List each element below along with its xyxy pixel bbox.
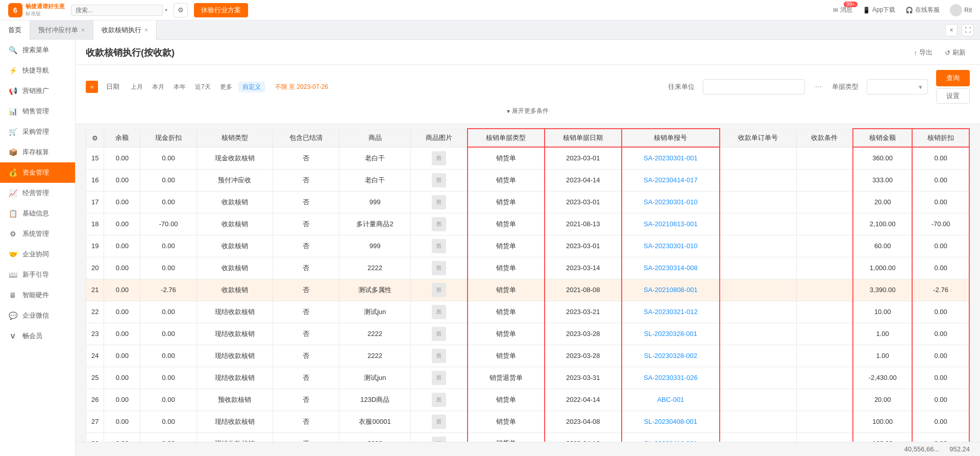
cancel-bill-no-cell[interactable]: SA-20230314-008 [622,257,720,279]
cancel-bill-no-cell[interactable]: SA-20230331-026 [622,367,720,389]
sidebar-item-sales[interactable]: 📊 销售管理 [0,101,75,122]
cancel-discount-cell: 0.00 [912,323,969,345]
receipt-order-no-cell [720,279,796,301]
include-settled-cell: 否 [273,301,339,323]
cancel-bill-no-cell[interactable]: SA-20230414-017 [622,169,720,191]
from-unit-input[interactable] [703,79,805,94]
tab-receipt-cancel-close[interactable]: × [144,27,148,34]
settings-button[interactable]: 设置 [936,88,970,104]
cancel-bill-no-cell[interactable]: SL-20230328-001 [622,323,720,345]
sidebar-item-wechat[interactable]: 💬 企业微信 [0,305,75,326]
include-settled-cell: 否 [273,169,339,191]
sidebar-label-wechat: 企业微信 [22,311,49,320]
cancel-bill-no-cell[interactable]: SA-20210813-001 [622,213,720,235]
cancel-bill-no-cell[interactable]: SA-20230301-001 [622,147,720,169]
sidebar-item-search[interactable]: 🔍 搜索菜单 [0,40,75,60]
include-settled-cell: 否 [273,345,339,367]
sidebar-item-basics[interactable]: 📋 基础信息 [0,203,75,224]
receipt-order-no-cell [720,301,796,323]
include-settled-cell: 否 [273,323,339,345]
sidebar-item-business[interactable]: 📈 经营管理 [0,183,75,203]
query-button[interactable]: 查询 [936,70,970,86]
receipt-condition-cell [796,433,853,442]
cancel-bill-no-cell[interactable]: SA-20230301-010 [622,235,720,257]
export-button[interactable]: ↑ 导出 [910,46,937,59]
top-bar-left: 6 畅捷通谱好生意 标准版 ▾ ⚙ 休验行业方案 [8,3,248,17]
cancel-bill-no-link[interactable]: SA-20210813-001 [644,220,698,228]
cancel-bill-no-link[interactable]: SA-20230414-017 [644,176,698,184]
cancel-bill-no-link[interactable]: SA-20230301-001 [644,154,698,162]
cancel-bill-no-link[interactable]: SL-20230408-001 [644,418,697,425]
table-row: 15 0.00 0.00 现金收款核销 否 老白干 图 销货单 2023-03-… [86,147,970,169]
expand-more-row[interactable]: ▾ 展开更多条件 [86,104,970,118]
this-year-btn[interactable]: 本年 [170,82,189,92]
receipt-order-no-cell [720,169,796,191]
receipt-order-no-cell [720,323,796,345]
sidebar-item-enterprise[interactable]: 🤝 企业协同 [0,244,75,265]
sidebar-item-beginner[interactable]: 📖 新手引导 [0,265,75,285]
dropdown-arrow-icon[interactable]: ▾ [165,7,167,13]
cancel-bill-no-cell[interactable]: SL-20230418-001 [622,433,720,442]
cancel-bill-date-cell: 2023-03-14 [545,257,622,279]
cancel-bill-no-cell[interactable]: SA-20230301-010 [622,191,720,213]
receipt-order-no-cell [720,213,796,235]
cancel-bill-no-link[interactable]: SA-20230301-010 [644,242,698,250]
this-month-btn[interactable]: 本月 [149,82,167,92]
tab-close-all-button[interactable]: × [945,24,958,36]
cancel-bill-no-cell[interactable]: ABC-001 [622,389,720,411]
cancel-bill-no-link[interactable]: SL-20230328-002 [644,352,697,359]
cancel-bill-no-link[interactable]: SA-20230301-010 [644,198,698,206]
top-search-input[interactable] [71,5,163,16]
sidebar-item-vip[interactable]: V 畅会员 [0,326,75,346]
cancel-bill-no-link[interactable]: SA-20230321-012 [644,308,698,316]
tab-fullscreen-button[interactable]: ⛶ [962,24,974,36]
sidebar-item-finance[interactable]: 💰 资金管理 [0,162,75,183]
cancel-bill-no-link[interactable]: SA-20230314-008 [644,264,698,272]
refresh-button[interactable]: ↺ 刷新 [941,46,970,59]
cancel-bill-no-cell[interactable]: SL-20230408-001 [622,411,720,433]
industry-button[interactable]: 休验行业方案 [194,3,248,17]
sidebar-item-inventory[interactable]: 📦 库存核算 [0,142,75,162]
goods-img-cell: 图 [411,147,468,169]
filter-row: » 日期 上月 本月 本年 近7天 更多 自定义 不限 至 2023-07-26… [86,70,970,104]
cancel-discount-cell: 0.00 [912,389,969,411]
more-date-btn[interactable]: 更多 [217,82,235,92]
last-7days-btn[interactable]: 近7天 [192,82,214,92]
sidebar-item-purchase[interactable]: 🛒 采购管理 [0,122,75,142]
cancel-bill-date-cell: 2023-03-21 [545,301,622,323]
cancel-bill-no-link[interactable]: SL-20230328-001 [644,330,697,338]
tab-prepay-close[interactable]: × [81,27,85,34]
cancel-bill-no-cell[interactable]: SA-20230321-012 [622,301,720,323]
tab-home[interactable]: 首页 [0,20,30,40]
col-settings[interactable]: ⚙ [86,129,104,147]
filter-expand-button[interactable]: » [86,81,98,93]
tab-prepay[interactable]: 预付冲应付单 × [30,20,93,40]
messages-button[interactable]: ✉ 消息 99+ [833,6,852,14]
custom-date-btn[interactable]: 自定义 [238,82,265,92]
gear-button[interactable]: ⚙ [174,3,188,17]
last-month-btn[interactable]: 上月 [128,82,146,92]
basics-icon: 📋 [8,209,17,218]
sidebar-label-search: 搜索菜单 [22,45,49,55]
user-menu[interactable]: Rit [950,4,972,16]
tab-receipt-cancel[interactable]: 收款核销执行 × [93,20,157,40]
sidebar-item-system[interactable]: ⚙ 系统管理 [0,224,75,244]
cancel-type-cell: 收款核销 [197,191,273,213]
sidebar-item-marketing[interactable]: 📢 营销推广 [0,81,75,101]
cancel-bill-no-link[interactable]: SA-20210808-001 [644,286,698,294]
cancel-bill-no-cell[interactable]: SA-20210808-001 [622,279,720,301]
sidebar-item-hardware[interactable]: 🖥 智能硬件 [0,285,75,305]
cancel-discount-cell: 0.00 [912,147,969,169]
cancel-bill-date-cell: 2023-04-14 [545,169,622,191]
cash-discount-cell: 0.00 [140,147,197,169]
app-download-button[interactable]: 📱 App下载 [863,6,895,14]
cancel-bill-no-link[interactable]: SA-20230331-026 [644,374,698,381]
cancel-bill-no-link[interactable]: ABC-001 [657,396,684,403]
cancel-discount-cell: 0.00 [912,433,969,442]
sidebar-item-quick-nav[interactable]: ⚡ 快捷导航 [0,60,75,81]
online-service-button[interactable]: 🎧 在线客服 [905,6,940,14]
phone-icon: 📱 [863,7,870,14]
cancel-bill-no-cell[interactable]: SL-20230328-002 [622,345,720,367]
receipt-type-select[interactable]: ▾ [867,79,928,94]
receipt-order-no-cell [720,345,796,367]
